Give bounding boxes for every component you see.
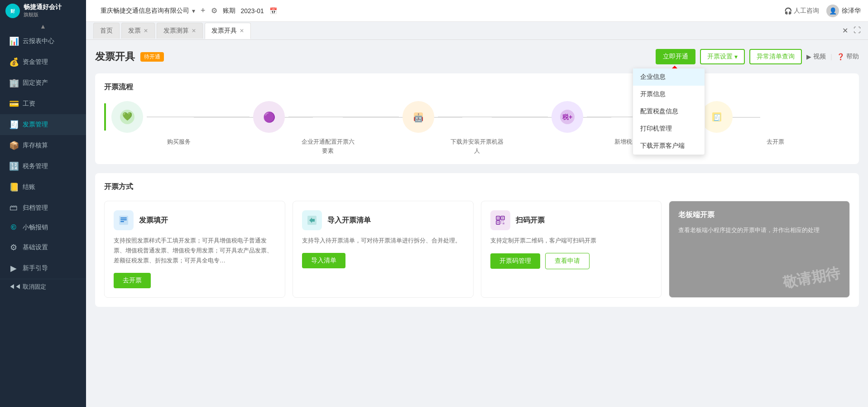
flow-step-5: 🧾 去开票 [701,101,850,146]
play-circle-icon: ▶ [806,53,811,60]
dropdown-item-invoice[interactable]: 开票信息 [633,86,705,103]
dropdown-item-download[interactable]: 下载开票客户端 [633,137,705,155]
money-icon: 💰 [9,57,18,67]
method-header-scan: 扫码开票 [490,210,652,230]
step-icon-1: 💚 [111,101,143,133]
tab-close-fapiao[interactable]: ✕ [144,28,148,34]
building-icon: 🏢 [9,78,18,88]
method-card-boss: 老板端开票 查看老板端小程序提交的开票申请，并作出相应的处理 敬请期待 [669,201,850,298]
watermark: 敬请期待 [781,264,842,294]
step-icon-2: 🟣 [253,101,285,133]
sidebar-item-jiezhang[interactable]: 📒 结账 [0,177,86,198]
step-icon-4: 税+ [551,101,583,133]
svg-rect-25 [503,223,504,224]
svg-text:财: 财 [10,9,15,14]
method-header-fill: 发票填开 [114,210,276,230]
tab-close-kaiju[interactable]: ✕ [240,28,244,34]
step-label-5: 去开票 [767,137,784,146]
service-button[interactable]: 🎧 人工咨询 [784,7,819,15]
settings-button[interactable]: 开票设置 ▾ [700,49,745,64]
boss-title: 老板端开票 [678,210,840,220]
qr-manage-button[interactable]: 开票码管理 [490,253,540,269]
chevron-down-icon: ▾ [734,53,738,60]
sidebar-item-zijin[interactable]: 💰 资金管理 [0,52,86,73]
flow-step-2: 🟣 企业开通配置开票六要素 [253,101,402,155]
company-name: 重庆畅捷交通信息咨询有限公司 [101,7,189,15]
svg-rect-19 [497,217,499,219]
gear-icon: ⚙ [9,242,18,252]
view-apply-button[interactable]: 查看申请 [545,253,590,269]
top-bar: 财 畅捷通好会计 旗舰版 重庆畅捷交通信息咨询有限公司 ▾ + ⚙ 账期 202… [0,0,868,22]
sidebar-item-gudingzichan[interactable]: 🏢 固定资产 [0,73,86,93]
sidebar-item-label: 税务管理 [23,162,48,170]
sidebar-item-gongzi[interactable]: 💳 工资 [0,93,86,114]
sidebar-item-xiaochang[interactable]: © 小畅报销 [0,218,86,237]
fill-invoice-button[interactable]: 去开票 [114,273,151,288]
tab-fapiao-cesuan[interactable]: 发票测算 ✕ [157,23,203,39]
receipt-icon: 🧾 [9,120,18,130]
box-icon: 📦 [9,141,18,150]
tab-fapiao[interactable]: 发票 ✕ [121,23,155,39]
page-title: 发票开具 [95,50,135,63]
calendar-icon[interactable]: 📅 [269,7,277,15]
step-label-3: 下载并安装开票机器人 [450,137,504,155]
method-title-fill: 发票填开 [139,216,168,225]
video-button[interactable]: ▶ 视频 [806,53,826,61]
dropdown-menu: 企业信息 开票信息 配置税盘信息 打印机管理 [633,68,705,155]
methods-section: 开票方式 [95,173,859,307]
svg-text:💚: 💚 [122,111,133,121]
step-label-2: 企业开通配置开票六要素 [301,137,355,155]
sidebar-item-xinshouyindao[interactable]: ▶ 新手引导 [0,258,86,279]
tab-expand[interactable]: ⛶ [854,26,861,35]
svg-rect-14 [120,221,124,222]
user-info[interactable]: 👤 徐泽华 [826,5,861,17]
import-icon [302,210,322,230]
dropdown-item-company[interactable]: 企业信息 [633,68,705,86]
question-icon: ❓ [837,53,844,60]
tab-home[interactable]: 首页 [93,23,120,39]
tax-icon: 🔢 [9,161,18,171]
tab-bar: 首页 发票 ✕ 发票测算 ✕ 发票开具 ✕ ✕ ⛶ [86,22,868,40]
svg-text:税+: 税+ [562,113,572,121]
help-button[interactable]: ❓ 帮助 [837,53,859,61]
add-company-icon[interactable]: + [201,6,206,15]
step-icon-5: 🧾 [701,101,733,133]
top-bar-right: 🎧 人工咨询 👤 徐泽华 [784,5,868,17]
tab-fapiao-kaiju[interactable]: 发票开具 ✕ [205,23,251,39]
tab-close-cesuan[interactable]: ✕ [192,28,196,34]
company-selector[interactable]: 重庆畅捷交通信息咨询有限公司 ▾ [101,7,195,15]
svg-rect-22 [501,221,502,222]
dropdown-item-taxdisk[interactable]: 配置税盘信息 [633,103,705,120]
sidebar: ▲ 📊 云报表中心 💰 资金管理 🏢 固定资产 💳 工资 🧾 发票管理 [0,22,86,407]
pin-icon: ◀◀ [9,283,21,290]
import-list-button[interactable]: 导入清单 [302,253,345,268]
settings-icon[interactable]: ⚙ [211,6,217,15]
sidebar-scroll-up[interactable]: ▲ [0,22,86,31]
sidebar-item-label: 云报表中心 [23,37,54,45]
sidebar-item-kucun[interactable]: 📦 库存核算 [0,135,86,156]
sidebar-item-fapiao[interactable]: 🧾 发票管理 [0,114,86,135]
boss-desc: 查看老板端小程序提交的开票申请，并作出相应的处理 [678,225,840,235]
sidebar-item-shuiwu[interactable]: 🔢 税务管理 [0,156,86,177]
sidebar-cancel-pin[interactable]: ◀◀ 取消固定 [0,279,86,295]
main-area: ▲ 📊 云报表中心 💰 资金管理 🏢 固定资产 💳 工资 🧾 发票管理 [0,22,868,407]
content-main: 发票开具 待开通 立即开通 开票设置 ▾ 异常清单查询 ▶ 视频 | [86,40,868,407]
sidebar-item-label: 归档管理 [23,204,48,212]
sidebar-item-label: 新手引导 [23,264,48,272]
sidebar-item-guidang[interactable]: 🗃 归档管理 [0,198,86,218]
headset-icon: 🎧 [784,7,792,15]
scan-icon [490,210,510,230]
tab-controls: ✕ ⛶ [842,26,861,35]
sidebar-item-yunbao[interactable]: 📊 云报表中心 [0,31,86,52]
sidebar-item-jichushezhi[interactable]: ⚙ 基础设置 [0,237,86,258]
exception-button[interactable]: 异常清单查询 [749,49,802,64]
svg-rect-13 [120,219,127,220]
activate-button[interactable]: 立即开通 [656,49,695,64]
logo-text: 畅捷通好会计 旗舰版 [24,3,62,18]
tab-close-all[interactable]: ✕ [842,26,848,35]
dropdown-item-printer[interactable]: 打印机管理 [633,120,705,137]
method-desc-fill: 支持按照发票样式手工填开发票；可开具增值税电子普通发票、增值税普通发票、增值税专… [114,236,276,266]
methods-section-title: 开票方式 [104,182,850,192]
logo-icon: 财 [5,4,20,18]
sidebar-item-label: 工资 [23,100,35,108]
